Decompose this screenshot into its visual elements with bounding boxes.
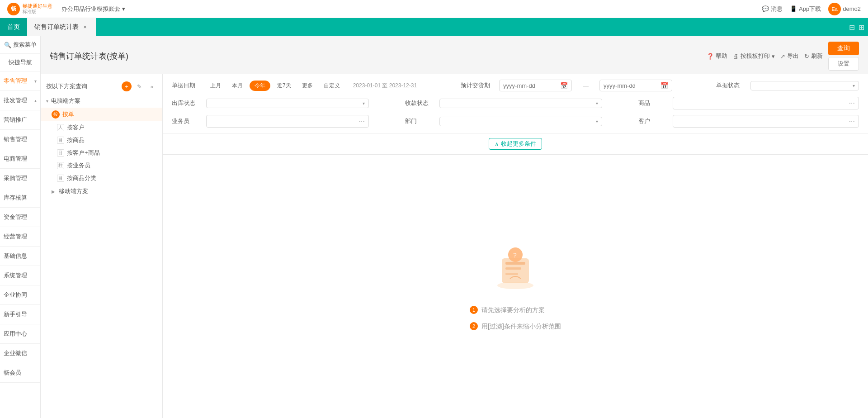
expected-date-from-input[interactable] <box>503 82 557 89</box>
expected-date-to[interactable]: 📅 <box>599 80 672 91</box>
tab-home[interactable]: 首页 <box>0 18 27 36</box>
sidebar-item-enterprise[interactable]: 企业协同 <box>0 285 40 305</box>
by-order-icon: 按 <box>52 110 60 119</box>
scheme-by-goods[interactable]: 目 按商品 <box>41 134 162 147</box>
scheme-by-goods-category[interactable]: 目 按商品分类 <box>41 172 162 185</box>
goods-select[interactable]: ··· <box>673 97 859 109</box>
calendar-icon-1: 📅 <box>560 82 568 89</box>
right-panel: 单据日期 上月 本月 今年 近7天 更多 自定义 2023-01-01 至 20… <box>163 74 868 418</box>
retail-arrow-icon: ▾ <box>34 79 37 84</box>
collection-label: 收款状态 <box>405 99 430 107</box>
sidebar-shortcut[interactable]: 快捷导航 <box>0 54 40 71</box>
app-icon: 📱 <box>790 5 797 12</box>
customer-label: 客户 <box>638 117 664 125</box>
svg-rect-4 <box>505 273 518 275</box>
expected-date-to-input[interactable] <box>604 82 658 89</box>
sidebar-item-member[interactable]: 畅会员 <box>0 363 40 383</box>
sidebar-item-basic[interactable]: 基础信息 <box>0 247 40 266</box>
svg-rect-2 <box>505 262 525 265</box>
export-btn[interactable]: ↗ 导出 <box>780 52 799 60</box>
empty-state: ? 1 请先选择要分析的方案 2 用[过滤]条件来缩小分析范围 <box>163 155 868 418</box>
empty-illustration: ? <box>488 240 542 294</box>
expand-icon: ▾ <box>46 99 48 104</box>
customer-select[interactable]: ··· <box>673 115 859 128</box>
empty-steps: 1 请先选择要分析的方案 2 用[过滤]条件来缩小分析范围 <box>470 304 561 332</box>
dept-select[interactable]: ▾ <box>439 117 602 126</box>
date-btn-custom[interactable]: 自定义 <box>320 81 344 91</box>
salesman-select[interactable]: ··· <box>206 115 369 128</box>
edit-scheme-btn[interactable]: ✎ <box>134 81 144 91</box>
salesman-dots-icon[interactable]: ··· <box>359 117 365 125</box>
panel-actions: + ✎ « <box>122 81 157 91</box>
help-btn[interactable]: ❓ 帮助 <box>707 52 727 60</box>
date-btn-this-month[interactable]: 本月 <box>228 81 247 91</box>
collapse-conditions-btn[interactable]: ∧ 收起更多条件 <box>489 138 542 150</box>
sidebar-item-system[interactable]: 系统管理 <box>0 266 40 285</box>
customer-dots-icon[interactable]: ··· <box>849 117 855 125</box>
collapse-panel-btn[interactable]: « <box>147 81 157 91</box>
page-title: 销售订单统计表(按单) <box>50 51 128 62</box>
scheme-by-salesman[interactable]: 柱 按业务员 <box>41 159 162 172</box>
sidebar-item-ecommerce[interactable]: 电商管理 <box>0 149 40 169</box>
logo-icon: 畅 <box>7 3 20 15</box>
sidebar-item-inventory[interactable]: 库存核算 <box>0 188 40 208</box>
query-button[interactable]: 查询 <box>828 42 859 55</box>
message-icon: 💬 <box>762 5 769 12</box>
sidebar-item-wholesale[interactable]: 批发管理 ▴ <box>0 91 40 110</box>
user-menu[interactable]: Ea demo2 <box>828 3 861 15</box>
sidebar-item-marketing[interactable]: 营销推广 <box>0 110 40 130</box>
nav-right-icons: ⊟ ⊞ <box>849 18 868 36</box>
delivery-status-select[interactable]: ▾ <box>206 99 369 108</box>
expected-date-label: 预计交货期 <box>461 81 490 90</box>
scheme-by-order[interactable]: 按 按单 <box>41 108 162 121</box>
logo-area: 畅 畅捷通好生意 标准版 <box>7 3 52 15</box>
company-selector[interactable]: 办公用品行业模拟账套 ▾ <box>61 5 125 13</box>
tab-close-icon[interactable]: × <box>81 24 89 31</box>
date-btn-this-year[interactable]: 今年 <box>250 81 270 91</box>
refresh-btn[interactable]: ↻ 刷新 <box>804 52 823 60</box>
mobile-expand-icon: ▶ <box>52 189 55 194</box>
bill-status-select[interactable]: ▾ <box>750 81 859 90</box>
settings-button[interactable]: 设置 <box>828 57 859 71</box>
by-customer-goods-icon: 目 <box>57 149 64 157</box>
delivery-select-arrow-icon: ▾ <box>363 101 365 106</box>
maximize-icon[interactable]: ⊞ <box>859 23 864 32</box>
scheme-by-customer[interactable]: 人 按客户 <box>41 121 162 134</box>
left-panel: 按以下方案查询 + ✎ « ▾ 电脑端方案 按 按单 人 <box>41 74 163 418</box>
filter-row-2: 出库状态 ▾ 收款状态 ▾ 商品 <box>172 97 859 109</box>
scheme-by-customer-goods[interactable]: 目 按客户+商品 <box>41 147 162 159</box>
search-icon: 🔍 <box>4 42 11 48</box>
sidebar-item-sales[interactable]: 销售管理 <box>0 130 40 149</box>
desktop-scheme-group[interactable]: ▾ 电脑端方案 <box>41 94 162 108</box>
print-icon: 🖨 <box>733 53 739 60</box>
date-btn-more[interactable]: 更多 <box>298 81 317 91</box>
collection-status-select[interactable]: ▾ <box>439 99 602 108</box>
status-select-arrow-icon: ▾ <box>853 83 855 88</box>
calendar-icon-2: 📅 <box>660 82 668 89</box>
date-btn-last-month[interactable]: 上月 <box>206 81 225 91</box>
goods-dots-icon[interactable]: ··· <box>849 99 855 107</box>
template-print-btn[interactable]: 🖨 按模板打印 ▾ <box>733 52 775 60</box>
sidebar-item-wechat[interactable]: 企业微信 <box>0 344 40 363</box>
sidebar-item-newuser[interactable]: 新手引导 <box>0 305 40 324</box>
collection-select-arrow-icon: ▾ <box>596 101 598 106</box>
mobile-scheme-group[interactable]: ▶ 移动端方案 <box>41 185 162 198</box>
date-buttons: 上月 本月 今年 近7天 更多 自定义 <box>206 81 344 91</box>
sidebar-item-finance[interactable]: 资金管理 <box>0 208 40 227</box>
message-btn[interactable]: 💬 消息 <box>762 5 783 13</box>
by-salesman-icon: 柱 <box>57 162 64 169</box>
minimize-icon[interactable]: ⊟ <box>849 23 855 32</box>
date-btn-last-7[interactable]: 近7天 <box>273 81 295 91</box>
app-download-btn[interactable]: 📱 App下载 <box>790 5 821 13</box>
add-scheme-btn[interactable]: + <box>122 81 132 91</box>
sidebar-item-purchase[interactable]: 采购管理 <box>0 169 40 188</box>
sidebar-search[interactable]: 🔍 搜索菜单 <box>0 36 40 54</box>
by-goods-icon: 目 <box>57 137 64 144</box>
tab-sales-order-stats[interactable]: 销售订单统计表 × <box>27 18 96 36</box>
sidebar-item-retail[interactable]: 零售管理 ▾ <box>0 71 40 91</box>
expected-date-from[interactable]: 📅 <box>499 80 572 91</box>
sidebar-item-operations[interactable]: 经营管理 <box>0 227 40 247</box>
sidebar-item-appcenter[interactable]: 应用中心 <box>0 324 40 344</box>
refresh-icon: ↻ <box>804 53 809 60</box>
content-body: 按以下方案查询 + ✎ « ▾ 电脑端方案 按 按单 人 <box>41 74 868 418</box>
